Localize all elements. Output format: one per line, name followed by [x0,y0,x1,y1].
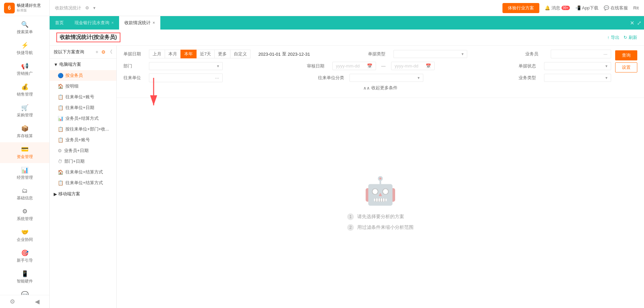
user-avatar[interactable]: Rit [633,5,639,10]
department-select[interactable]: ▾ [149,62,223,70]
close-all-icon[interactable]: ✕ [630,20,634,26]
sidebar-item-label: 库存核算 [17,133,33,139]
message-btn[interactable]: 🔔 消息 99+ [545,5,570,11]
query-btn[interactable]: 查询 [615,50,637,60]
sidebar-item-enterprise[interactable]: 🤝 企业协同 [0,225,49,246]
plan-item-partner-account-label: 往来单位+账号 [65,94,94,100]
plan-item-partner-date[interactable]: 📋 往来单位+日期 [50,102,116,113]
mobile-plans-group-header[interactable]: ▶ 移动端方案 [50,188,116,200]
sidebar-item-finance[interactable]: 💳 资金管理 [0,142,49,163]
sidebar-collapse-icon[interactable]: ◀ [35,298,40,305]
bank-flow-tab-close[interactable]: × [111,20,114,25]
review-date-to-input[interactable]: yyyy-mm-dd 📅 [391,62,435,70]
voucher-status-select[interactable]: ▾ [544,62,611,70]
salesperson-more-icon[interactable]: ··· [603,51,607,57]
plan-item-partner-settlement1[interactable]: 🏠 往来单位+结算方式 [50,167,116,177]
plan-item-salesperson[interactable]: 🔵 按业务员 [50,70,116,81]
inventory-icon: 📦 [21,125,29,132]
online-service-btn[interactable]: 💬 在线客服 [604,5,628,11]
plan-item-partner-dept[interactable]: 📋 按往来单位+部门+收... [50,124,116,135]
sidebar-item-purchase[interactable]: 🛒 采购管理 [0,101,49,121]
topbar-settings-icon[interactable]: ⚙ [85,5,89,10]
sidebar-item-system[interactable]: ⚙ 系统管理 [0,204,49,225]
filter-section: 单据日期 上月 本月 本年 [123,50,637,82]
sidebar-item-label: 营销推广 [17,71,33,76]
sidebar-item-basic-info[interactable]: 🗂 基础信息 [0,184,49,204]
sidebar-item-inventory[interactable]: 📦 库存核算 [0,121,49,142]
plan-item-partner-account[interactable]: 📋 往来单位+账号 [50,92,116,102]
sidebar-item-marketing[interactable]: 📢 营销推广 [0,59,49,80]
breadcrumb: 收款情况统计 [55,5,81,11]
mobile-plans-group: ▶ 移动端方案 [50,188,116,200]
guide-icon: 🎯 [21,249,29,257]
export-btn[interactable]: ↑ 导出 [607,35,620,41]
sidebar-item-wechat[interactable]: 💬 企业微信 [0,288,49,295]
tabbar-right: ✕ ⤢ [630,20,644,26]
collapse-filter-btn[interactable]: ∧∧ 收起更多条件 [123,82,637,94]
date-tab-7days[interactable]: 近7天 [196,50,215,58]
tab-home[interactable]: 首页 [50,16,69,30]
business-type-arrow-icon: ▾ [605,75,607,80]
partner-category-select[interactable]: ▾ [350,74,423,82]
sidebar-item-guide[interactable]: 🎯 新手引导 [0,246,49,267]
filter-area: 单据日期 上月 本月 本年 [117,46,644,98]
date-tab-custom[interactable]: 自定义 [230,50,251,58]
partner-select[interactable]: ··· [149,73,223,82]
add-plan-btn[interactable]: ＋ [95,49,99,55]
tab-collection-stats[interactable]: 收款情况统计 × [119,16,160,30]
plan-settings-btn[interactable]: ⚙ [101,49,106,55]
left-panel: 按以下方案查询 ＋ ⚙ 《 ▼ 电脑端方案 🔵 按业务员 🏠 [50,46,117,308]
plan-item-dept-date[interactable]: ⏱ 部门+日期 [50,156,116,167]
sidebar-item-quick-nav[interactable]: ⚡ 快捷导航 [0,38,49,59]
voucher-type-select[interactable]: ▾ [393,50,467,58]
plan-item-sales-date-icon: ⚙ [58,148,62,153]
app-download-btn[interactable]: 📲 App下载 [575,5,598,11]
maximize-icon[interactable]: ⤢ [637,20,641,26]
partner-more-icon[interactable]: ··· [215,75,219,81]
plan-item-detail[interactable]: 🏠 按明细 [50,81,116,92]
user-name: Rit [633,5,639,10]
review-date-from-input[interactable]: yyyy-mm-dd 📅 [332,62,376,70]
date-tab-this-month[interactable]: 本月 [165,50,181,58]
plan-item-sales-settlement-icon: 📊 [58,116,63,121]
plan-item-sales-date-label: 业务员+日期 [64,148,89,154]
collection-stats-tab-close[interactable]: × [153,20,155,25]
plan-item-salesperson-icon: 🔵 [58,73,63,78]
date-tab-this-year[interactable]: 本年 [180,50,197,58]
settings-btn[interactable]: 设置 [615,62,637,72]
business-type-select[interactable]: ▾ [544,74,611,82]
sidebar-item-sales[interactable]: 💰 销售管理 [0,80,49,101]
message-label: 消息 [551,5,560,11]
salesperson-select[interactable]: ··· [551,50,611,58]
message-badge: 99+ [561,6,570,10]
wechat-icon: 💬 [21,291,29,295]
sidebar-item-search-menu[interactable]: 🔍 搜索菜单 [0,17,49,38]
date-tab-more[interactable]: 更多 [214,50,230,58]
partner-category-label: 往来单位分类 [318,75,344,81]
try-industry-btn[interactable]: 体验行业方案 [502,3,539,13]
plan-item-partner-settlement2[interactable]: 📋 往来单位+结算方式 [50,177,116,188]
sidebar-item-operations[interactable]: 📊 经营管理 [0,163,49,184]
collapse-panel-btn[interactable]: 《 [108,49,112,55]
finance-icon: 💳 [21,146,29,153]
topbar-dropdown-icon[interactable]: ▾ [93,5,96,10]
page-title: 收款情况统计(按业务员) [56,33,120,42]
review-date-dash: — [381,63,386,68]
plan-item-partner-date-label: 往来单位+日期 [65,105,94,111]
date-separator: 至 [282,51,286,57]
date-tab-last-month[interactable]: 上月 [149,50,165,58]
sidebar-settings-icon[interactable]: ⚙ [10,298,15,305]
plan-item-sales-settlement[interactable]: 📊 业务员+结算方式 [50,113,116,124]
service-icon: 💬 [604,5,609,10]
plan-item-sales-account[interactable]: 📋 业务员+账号 [50,135,116,145]
plan-item-sales-date[interactable]: ⚙ 业务员+日期 [50,145,116,156]
sidebar-item-label: 资金管理 [17,154,33,160]
collection-stats-tab-label: 收款情况统计 [124,20,151,26]
refresh-btn[interactable]: ↻ 刷新 [624,35,637,41]
basic-info-icon: 🗂 [22,187,28,194]
pc-plans-group-header[interactable]: ▼ 电脑端方案 [50,59,116,70]
sidebar-item-smart-hw[interactable]: 📱 智能硬件 [0,267,49,288]
tab-bank-flow[interactable]: 现金银行流水查询 × [69,16,119,30]
voucher-type-arrow-icon: ▾ [462,52,464,56]
step-2-text: 用过滤条件来缩小分析范围 [357,224,414,230]
